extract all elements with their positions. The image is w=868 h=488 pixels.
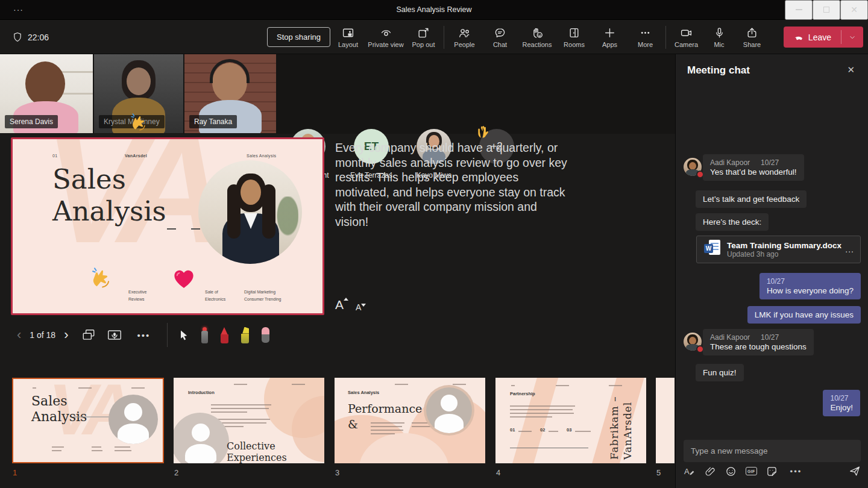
rooms-button[interactable]: Rooms bbox=[556, 27, 592, 48]
leave-button[interactable]: Leave bbox=[784, 27, 841, 48]
message-text: LMK if you have any issues bbox=[755, 310, 854, 319]
mic-icon bbox=[713, 27, 726, 39]
message-time: 10/27 bbox=[761, 333, 779, 342]
compose-more-button[interactable]: ••• bbox=[790, 467, 802, 476]
gif-button[interactable]: GIF bbox=[746, 467, 757, 475]
reactions-button[interactable]: Reactions bbox=[518, 27, 556, 48]
message-text: Here’s the deck: bbox=[703, 217, 761, 227]
next-slide-button[interactable]: › bbox=[60, 328, 72, 342]
private-view-label: Private view bbox=[368, 41, 403, 48]
mic-label: Mic bbox=[714, 41, 724, 48]
pointer-tool-button[interactable] bbox=[177, 328, 189, 342]
stop-sharing-button[interactable]: Stop sharing bbox=[267, 27, 330, 47]
font-increase-button[interactable]: A bbox=[335, 298, 347, 312]
slide-thumbnail-3[interactable]: Sales Analysis Performance & bbox=[335, 378, 485, 463]
thumb-title: SalesAnalysis bbox=[31, 393, 87, 425]
toolbar-divider bbox=[444, 26, 444, 49]
more-label: More bbox=[638, 41, 653, 48]
chat-message-self: 10/27 How is everyone doing? bbox=[760, 273, 861, 299]
chat-label: Chat bbox=[493, 41, 507, 48]
clap-reaction-icon bbox=[129, 111, 149, 132]
chat-compose-input[interactable] bbox=[684, 440, 861, 462]
chat-message-self: 10/27 Enjoy! bbox=[823, 390, 860, 416]
more-slide-options-button[interactable]: ••• bbox=[137, 330, 150, 340]
laser-pointer-button[interactable] bbox=[200, 327, 209, 343]
reactions-icon bbox=[531, 27, 544, 39]
participant-strip: Serena Davis Krystal McKinney Ray Tanaka… bbox=[0, 54, 675, 134]
file-more-options-button[interactable]: ... bbox=[845, 245, 854, 254]
apps-button[interactable]: Apps bbox=[592, 27, 627, 48]
camera-button[interactable]: Camera bbox=[668, 27, 704, 48]
chat-header: Meeting chat bbox=[687, 64, 750, 77]
presenter-view-button[interactable] bbox=[107, 328, 122, 342]
font-decrease-label: A bbox=[356, 302, 361, 312]
slide-thumbnail-2[interactable]: Introduction Collective Experiences bbox=[174, 378, 324, 463]
slide-thumbnail-1[interactable]: VA SalesAnalysis bbox=[12, 378, 164, 463]
eraser-tool-button[interactable] bbox=[261, 327, 270, 343]
grid-view-button[interactable] bbox=[81, 328, 96, 342]
format-button[interactable]: A bbox=[684, 465, 696, 477]
sticker-icon bbox=[766, 466, 778, 477]
highlighter-tool-button[interactable] bbox=[240, 327, 250, 343]
people-button[interactable]: People bbox=[447, 27, 482, 48]
thumb-side-text: Fabrikam – VanArsdel bbox=[608, 383, 634, 460]
message-text: Enjoy! bbox=[830, 403, 853, 412]
layout-button[interactable]: Layout bbox=[330, 27, 366, 48]
more-button[interactable]: More bbox=[627, 27, 663, 48]
thumbnail-number: 1 bbox=[13, 468, 17, 477]
private-view-icon bbox=[380, 27, 392, 39]
close-chat-button[interactable]: ✕ bbox=[847, 64, 855, 75]
send-icon bbox=[849, 465, 861, 477]
raised-hand-icon bbox=[476, 124, 491, 140]
pen-tool-button[interactable] bbox=[220, 327, 229, 343]
shared-slide: VA 01 VanArsdel Sales Analysis Sales Ana… bbox=[11, 137, 324, 315]
video-tile-krystal[interactable]: Krystal McKinney bbox=[94, 54, 183, 133]
svg-text:A: A bbox=[684, 467, 690, 476]
pen-icon bbox=[220, 327, 229, 343]
pop-out-label: Pop out bbox=[412, 41, 435, 48]
person-placeholder bbox=[108, 395, 158, 444]
rooms-icon bbox=[568, 27, 580, 39]
slide-thumbnail-5[interactable] bbox=[656, 378, 675, 463]
more-icon bbox=[639, 27, 652, 39]
thumb-heading: Partnership bbox=[510, 391, 535, 396]
sticker-button[interactable] bbox=[766, 466, 778, 477]
control-divider bbox=[167, 323, 168, 347]
thumb-caption: Collective Experiences bbox=[227, 440, 324, 463]
mic-button[interactable]: Mic bbox=[704, 27, 734, 48]
share-button[interactable]: Share bbox=[734, 27, 770, 48]
leave-options-button[interactable] bbox=[841, 27, 863, 48]
presenter-view-icon bbox=[107, 328, 122, 342]
attach-button[interactable] bbox=[705, 466, 716, 477]
thumbnail-number: 3 bbox=[335, 468, 339, 477]
font-decrease-button[interactable]: A bbox=[356, 302, 365, 312]
chat-message: Aadi Kapoor10/27 Yes that’d be wonderful… bbox=[703, 154, 804, 181]
caret-up-icon bbox=[344, 298, 348, 301]
rooms-label: Rooms bbox=[564, 41, 585, 48]
slide-title: Sales Analysis bbox=[52, 163, 166, 227]
person-placeholder bbox=[177, 416, 224, 463]
file-meta: Updated 3h ago bbox=[727, 250, 841, 258]
window-title: Sales Analysis Review bbox=[0, 5, 868, 14]
video-tile-ray[interactable]: Ray Tanaka bbox=[184, 54, 276, 133]
thumb-amp: & bbox=[348, 418, 358, 431]
heart-reaction-icon bbox=[172, 267, 196, 291]
camera-label: Camera bbox=[675, 41, 698, 48]
slide-thumbnail-4[interactable]: Partnership 01 02 03 Fabrikam – VanArsde… bbox=[495, 378, 646, 463]
laser-pointer-icon bbox=[200, 327, 209, 343]
chat-message-self: LMK if you have any issues bbox=[747, 306, 861, 324]
send-button[interactable] bbox=[849, 465, 861, 477]
video-tile-serena[interactable]: Serena Davis bbox=[0, 54, 93, 133]
file-attachment-card[interactable]: W Team Training Summary.docx Updated 3h … bbox=[696, 236, 861, 263]
pop-out-button[interactable]: Pop out bbox=[406, 27, 441, 48]
file-name: Team Training Summary.docx bbox=[727, 241, 841, 250]
paperclip-icon bbox=[705, 466, 716, 477]
previous-slide-button[interactable]: ‹ bbox=[13, 328, 25, 342]
toolbar-divider bbox=[665, 26, 666, 49]
slide-page-label: 01 bbox=[52, 154, 57, 158]
emoji-button[interactable] bbox=[725, 466, 737, 477]
highlighter-icon bbox=[240, 327, 250, 343]
chat-button[interactable]: Chat bbox=[482, 27, 518, 48]
slide-footer-col: Sale ofElectronics bbox=[205, 289, 225, 303]
private-view-button[interactable]: Private view bbox=[366, 27, 406, 48]
